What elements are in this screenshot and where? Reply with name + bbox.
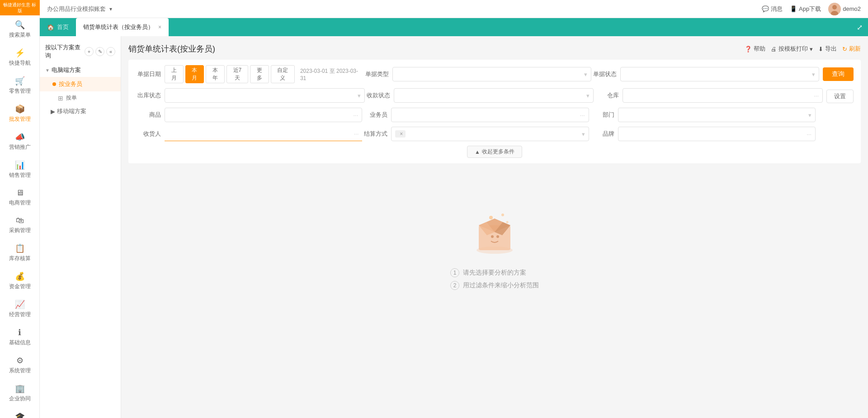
settings-action-buttons: 设置	[826, 88, 854, 103]
arrow-down-icon: ▼	[45, 68, 50, 73]
sidebar-item-marketing[interactable]: 📣 营销推广	[0, 128, 39, 156]
mobile-group-title[interactable]: ▶ 移动端方案	[40, 104, 121, 118]
enterprise-icon: 🏢	[15, 384, 25, 394]
query-action-buttons: 查询	[823, 67, 854, 81]
svg-point-9	[501, 214, 504, 216]
sidebar-item-sales[interactable]: 📊 销售管理	[0, 156, 39, 184]
page-title-bar: 销货单统计表(按业务员) ❓ 帮助 🖨 按模板打印 ▾ ⬇ 导出	[128, 43, 861, 54]
help-button[interactable]: ❓ 帮助	[745, 45, 765, 53]
brand-input[interactable]: ···	[618, 127, 816, 141]
receiver-label: 收货人	[136, 130, 161, 138]
tab-expand-button[interactable]: ⤢	[851, 23, 868, 32]
sidebar-item-retail[interactable]: 🛒 零售管理	[0, 71, 39, 100]
empty-state: 1 请先选择要分析的方案 2 用过滤条件来缩小分析范围	[128, 169, 861, 326]
sidebar-item-system[interactable]: ⚙ 系统管理	[0, 351, 39, 379]
sidebar-item-operation[interactable]: 📈 经营管理	[0, 295, 39, 323]
payment-arrow: ▾	[582, 131, 585, 138]
salesperson-input[interactable]: ···	[391, 108, 589, 122]
page-actions: ❓ 帮助 🖨 按模板打印 ▾ ⬇ 导出 ↻ 刷新	[745, 45, 861, 53]
left-panel-header: 按以下方案查询 + ✎ «	[40, 40, 121, 63]
receiver-dots: ···	[354, 130, 359, 137]
sidebar-item-basic[interactable]: ℹ 基础信息	[0, 323, 39, 351]
sidebar-item-enterprise[interactable]: 🏢 企业协同	[0, 379, 39, 407]
main-area: 办公用品行业模拟账套 ▾ 💬 消息 📱 App下载 demo2 🏠 首页	[40, 0, 868, 418]
finance-icon: 💰	[15, 271, 25, 281]
brand-label: 品牌	[589, 130, 614, 138]
payment-method-input[interactable]: × ▾	[391, 127, 589, 141]
tab-home[interactable]: 🏠 首页	[40, 18, 76, 36]
salesperson-dots: ···	[580, 112, 585, 119]
date-range-display: 2023-03-01 至 2023-03-31	[300, 67, 363, 81]
doc-type-label: 单据类型	[363, 70, 389, 78]
print-dropdown-icon: ▾	[810, 46, 813, 52]
date-buttons: 上月 本月 本年 近7天 更多 自定义	[165, 65, 295, 83]
scheme-by-salesperson[interactable]: 按业务员	[40, 77, 121, 91]
refresh-button[interactable]: ↻ 刷新	[842, 45, 861, 53]
filter-area: 单据日期 上月 本月 本年 近7天 更多 自定义 2023-03-01 至 20…	[128, 60, 861, 163]
goods-label: 商品	[136, 111, 161, 119]
goods-input[interactable]: ···	[165, 108, 362, 122]
department-input[interactable]: ▾	[618, 108, 816, 122]
export-button[interactable]: ⬇ 导出	[818, 45, 837, 53]
marketing-icon: 📣	[15, 132, 25, 142]
out-status-label: 出库状态	[136, 91, 161, 100]
empty-tip-2: 2 用过滤条件来缩小分析范围	[450, 281, 539, 290]
sidebar-item-newbie[interactable]: 🎓 新手引导	[0, 407, 39, 418]
edit-scheme-button[interactable]: ✎	[95, 47, 104, 56]
settings-button[interactable]: 设置	[826, 90, 854, 103]
sidebar-item-purchase[interactable]: 🛍 采购管理	[0, 211, 39, 239]
expand-icon: ⤢	[857, 24, 863, 31]
payment-tag-clear[interactable]: ×	[400, 131, 403, 137]
doc-status-input[interactable]: ▾	[620, 67, 819, 81]
scheme-by-order[interactable]: ⊞ 按单	[40, 91, 121, 104]
app-logo: 畅捷通好生意 标版	[0, 0, 40, 15]
operation-icon: 📈	[15, 299, 25, 309]
collapse-up-icon: ▲	[475, 149, 480, 155]
sales-icon: 📊	[15, 160, 25, 170]
retail-icon: 🛒	[15, 76, 25, 86]
department-label: 部门	[589, 111, 614, 119]
sidebar: 畅捷通好生意 标版 🔍 搜索菜单 ⚡ 快捷导航 🛒 零售管理 📦 批发管理 📣 …	[0, 0, 40, 418]
svg-point-8	[489, 216, 493, 219]
user-avatar-button[interactable]: demo2	[828, 3, 861, 15]
app-download-button[interactable]: 📱 App下载	[790, 5, 821, 13]
arrow-right-icon: ▶	[51, 108, 55, 115]
topbar-right: 💬 消息 📱 App下载 demo2	[762, 3, 861, 15]
add-scheme-button[interactable]: +	[85, 47, 94, 56]
date-last-7days[interactable]: 近7天	[226, 65, 248, 83]
sidebar-item-shortcut[interactable]: ⚡ 快捷导航	[0, 43, 39, 71]
topbar-dropdown-icon[interactable]: ▾	[109, 6, 112, 12]
sidebar-item-finance[interactable]: 💰 资金管理	[0, 267, 39, 295]
doc-type-input[interactable]: ▾	[392, 67, 591, 81]
sidebar-item-inventory[interactable]: 📋 库存核算	[0, 239, 39, 267]
receive-status-input[interactable]: ▾	[394, 88, 594, 103]
message-button[interactable]: 💬 消息	[762, 5, 783, 13]
sidebar-item-wholesale[interactable]: 📦 批发管理	[0, 100, 39, 128]
date-this-month[interactable]: 本月	[185, 65, 204, 83]
collapse-panel-button[interactable]: «	[106, 47, 115, 56]
avatar	[828, 3, 841, 15]
svg-point-10	[506, 221, 509, 223]
tab-active[interactable]: 销货单统计表（按业务员） ×	[76, 18, 169, 36]
left-panel-actions: + ✎ «	[85, 47, 115, 56]
payment-tag: ×	[395, 130, 406, 138]
tab-close-icon[interactable]: ×	[158, 24, 161, 30]
sidebar-item-search[interactable]: 🔍 搜索菜单	[0, 15, 39, 43]
date-more[interactable]: 更多	[250, 65, 269, 83]
collapse-filters-button[interactable]: ▲ 收起更多条件	[467, 146, 522, 158]
payment-method-label: 结算方式	[362, 130, 387, 138]
refresh-icon: ↻	[842, 46, 847, 52]
date-this-year[interactable]: 本年	[206, 65, 225, 83]
empty-tips: 1 请先选择要分析的方案 2 用过滤条件来缩小分析范围	[450, 268, 539, 290]
out-status-input[interactable]: ▾	[165, 88, 365, 103]
receiver-input[interactable]: ···	[165, 127, 362, 141]
date-last-month[interactable]: 上月	[165, 65, 184, 83]
print-button[interactable]: 🖨 按模板打印 ▾	[771, 45, 813, 53]
query-button[interactable]: 查询	[823, 67, 854, 81]
sidebar-item-ecommerce[interactable]: 🖥 电商管理	[0, 184, 39, 211]
message-icon: 💬	[762, 5, 769, 12]
desktop-group-title[interactable]: ▼ 电脑端方案	[40, 63, 121, 77]
warehouse-input[interactable]: ···	[623, 88, 823, 103]
brand-dots: ···	[807, 131, 811, 138]
date-custom[interactable]: 自定义	[271, 65, 295, 83]
